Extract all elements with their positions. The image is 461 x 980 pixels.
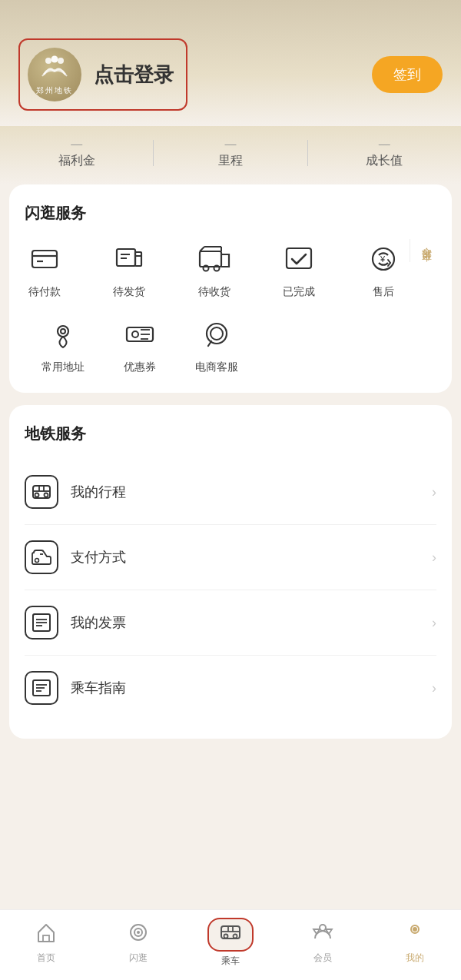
invoice-chevron-icon: ›: [432, 615, 436, 631]
svg-point-49: [137, 931, 140, 934]
flash-service-card: 闪逛服务 待付款: [9, 184, 452, 393]
metro-list: 我的行程 › 支付方式 ›: [25, 460, 436, 720]
metro-center-wrap: [207, 918, 254, 952]
chengzhangzhi-label: 成长值: [366, 153, 403, 169]
coupon-label: 优惠券: [124, 360, 156, 374]
header: 郑州地铁 点击登录 签到: [0, 0, 461, 126]
mine-icon: [404, 922, 426, 948]
customerservice-label: 电商客服: [195, 360, 238, 374]
shouhou-label: 售后: [373, 285, 394, 299]
stats-bar: — 福利金 — 里程 — 成长值: [0, 126, 461, 184]
flash-service-title: 闪逛服务: [25, 203, 436, 224]
stat-chengzhangzhi[interactable]: — 成长值: [308, 137, 461, 169]
svg-rect-17: [287, 248, 311, 268]
svg-point-2: [58, 58, 64, 64]
invoice-icon: [25, 606, 58, 639]
metro-service-title: 地铁服务: [25, 424, 436, 444]
fulijin-value: —: [71, 137, 82, 150]
guide-icon: [25, 671, 58, 705]
guide-label: 乘车指南: [71, 679, 432, 697]
svg-point-23: [132, 331, 138, 337]
metro-service-card: 地铁服务 我的行程 ›: [9, 405, 452, 739]
svg-rect-11: [200, 251, 221, 267]
invoice-label: 我的发票: [71, 613, 432, 632]
order-items: 待付款 待发货: [25, 239, 403, 299]
service-item-coupon[interactable]: 优惠券: [101, 314, 178, 374]
svg-rect-46: [43, 935, 49, 942]
order-item-shouhou[interactable]: ¥ 售后: [363, 239, 403, 299]
nav-item-shop[interactable]: 闪逛: [92, 922, 184, 965]
svg-rect-7: [135, 252, 141, 266]
nav-item-home[interactable]: 首页: [0, 922, 92, 965]
metro-label: 乘车: [221, 955, 240, 968]
login-text: 点击登录: [94, 61, 174, 88]
mine-label: 我的: [406, 952, 424, 965]
svg-point-57: [320, 925, 326, 931]
order-grid: 待付款 待发货: [25, 239, 436, 299]
trip-chevron-icon: ›: [432, 484, 436, 500]
fulijin-label: 福利金: [58, 153, 95, 169]
licheng-value: —: [224, 137, 236, 150]
member-label: 会员: [313, 952, 332, 965]
order-item-daifahuo[interactable]: 待发货: [109, 239, 149, 299]
signin-button[interactable]: 签到: [372, 56, 443, 93]
shop-icon: [128, 922, 149, 948]
payment-chevron-icon: ›: [432, 550, 436, 566]
daishouhuo-icon: [194, 239, 234, 279]
yiwancheng-icon: [279, 239, 319, 279]
all-orders-chevron-icon: ›: [424, 248, 428, 262]
order-item-daishouhuo[interactable]: 待收货: [194, 239, 234, 299]
customerservice-icon: [197, 314, 237, 354]
bottom-nav: 首页 闪逛: [0, 909, 461, 980]
order-item-yiwancheng[interactable]: 已完成: [279, 239, 319, 299]
stat-fulijin[interactable]: — 福利金: [0, 137, 153, 169]
order-item-daifukuan[interactable]: 待付款: [25, 239, 65, 299]
metro-item-guide[interactable]: 乘车指南 ›: [25, 656, 436, 720]
svg-point-1: [51, 56, 58, 63]
svg-text:¥: ¥: [380, 254, 386, 264]
svg-point-0: [45, 58, 51, 64]
daifukuan-label: 待付款: [28, 285, 61, 299]
avatar-label: 郑州地铁: [36, 85, 73, 96]
daifukuan-icon: [25, 239, 65, 279]
home-label: 首页: [37, 952, 55, 965]
licheng-label: 里程: [218, 153, 243, 169]
payment-label: 支付方式: [71, 548, 432, 566]
metro-item-trip[interactable]: 我的行程 ›: [25, 460, 436, 525]
all-orders-label: 全部订单: [420, 239, 433, 245]
service-item-address[interactable]: 常用地址: [25, 314, 101, 374]
nav-item-mine[interactable]: 我的: [369, 922, 461, 965]
coupon-icon: [120, 314, 160, 354]
svg-point-51: [224, 934, 228, 938]
home-icon: [35, 922, 57, 948]
svg-point-31: [45, 493, 48, 497]
metro-item-payment[interactable]: 支付方式 ›: [25, 525, 436, 590]
svg-point-35: [35, 559, 39, 563]
shop-label: 闪逛: [129, 952, 148, 965]
chengzhangzhi-value: —: [379, 137, 390, 150]
trip-label: 我的行程: [71, 483, 432, 501]
yiwancheng-label: 已完成: [283, 285, 315, 299]
svg-point-21: [61, 329, 65, 334]
daifahuo-label: 待发货: [113, 285, 145, 299]
daifahuo-icon: [109, 239, 149, 279]
metro-item-invoice[interactable]: 我的发票 ›: [25, 590, 436, 656]
guide-chevron-icon: ›: [432, 680, 436, 696]
service-item-customerservice[interactable]: 电商客服: [178, 314, 255, 374]
service-row: 常用地址 优惠券: [25, 314, 436, 374]
address-icon: [43, 314, 83, 354]
address-label: 常用地址: [41, 360, 85, 374]
svg-point-20: [58, 326, 68, 337]
all-orders-button[interactable]: 全部订单 ›: [410, 239, 436, 262]
nav-item-metro[interactable]: 乘车: [184, 918, 277, 968]
payment-icon: [25, 540, 58, 574]
svg-point-28: [211, 327, 223, 340]
main-content: 闪逛服务 待付款: [0, 184, 461, 828]
nav-item-member[interactable]: 会员: [277, 922, 369, 965]
member-icon: [312, 922, 333, 948]
stat-licheng[interactable]: — 里程: [154, 137, 307, 169]
trip-icon: [25, 475, 58, 509]
login-button[interactable]: 郑州地铁 点击登录: [18, 38, 187, 111]
svg-point-59: [413, 927, 417, 932]
daishouhuo-label: 待收货: [198, 285, 230, 299]
